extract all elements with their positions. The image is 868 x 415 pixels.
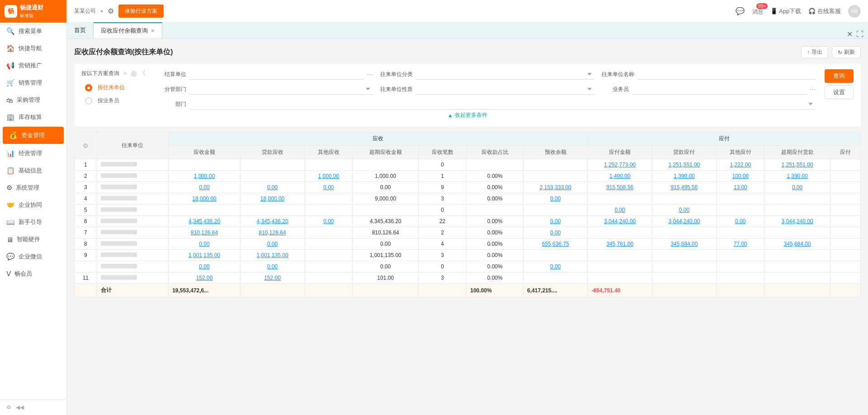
- cell-ap-overdue[interactable]: [764, 250, 830, 261]
- tab-close-all-icon[interactable]: ✕: [847, 30, 853, 38]
- cell-ar-prepaid[interactable]: 0.00: [524, 193, 588, 205]
- cell-ar-loan[interactable]: 152.00: [240, 272, 304, 284]
- cell-ap-amount[interactable]: [588, 250, 652, 261]
- cell-ar-amount[interactable]: 0.00: [169, 239, 241, 250]
- cell-ap-other[interactable]: 77.00: [717, 239, 764, 250]
- cell-ap-amount[interactable]: [588, 261, 652, 272]
- cell-ap-amount[interactable]: 345,761.00: [588, 239, 652, 250]
- tab-fullscreen-icon[interactable]: ⛶: [856, 30, 863, 38]
- cell-ar-loan[interactable]: [240, 205, 304, 216]
- cell-ar-loan[interactable]: 4,345,436.20: [240, 216, 304, 227]
- sidebar-item-finance[interactable]: 💰 资金管理: [3, 127, 64, 144]
- cell-ar-prepaid[interactable]: [524, 159, 588, 171]
- cell-ap-loan[interactable]: [652, 227, 716, 239]
- cell-ap-overdue[interactable]: 3,044,240.00: [764, 216, 830, 227]
- topbar-dropdown-icon[interactable]: ▾: [100, 8, 103, 14]
- messages-button[interactable]: 💬 99+ 消息: [736, 7, 764, 16]
- cell-ar-prepaid[interactable]: 2,153,333.00: [524, 182, 588, 193]
- cell-ap-amount[interactable]: [588, 272, 652, 284]
- cell-ar-prepaid[interactable]: [524, 171, 588, 182]
- sidebar-item-inventory[interactable]: 🏢 库存核算: [0, 109, 66, 126]
- cell-ar-loan[interactable]: 0.00: [240, 182, 304, 193]
- cell-ar-amount[interactable]: [169, 205, 241, 216]
- cell-ar-amount[interactable]: 152.00: [169, 272, 241, 284]
- cell-ap-amount[interactable]: [588, 193, 652, 205]
- th-settings[interactable]: ⚙: [75, 132, 97, 159]
- cell-ar-other[interactable]: 1,000.00: [305, 171, 353, 182]
- salesman-dots[interactable]: ···: [810, 86, 816, 94]
- sidebar-item-member[interactable]: Ⅴ 畅会员: [0, 265, 66, 282]
- cell-ap-amount[interactable]: 1,252,773.00: [588, 159, 652, 171]
- cell-ar-other[interactable]: [305, 239, 353, 250]
- cell-ar-amount[interactable]: 0.00: [169, 182, 241, 193]
- cell-ap-other[interactable]: [717, 261, 764, 272]
- cell-ar-amount[interactable]: 0.00: [169, 261, 241, 272]
- cell-ar-prepaid[interactable]: 0.00: [524, 216, 588, 227]
- cell-ap-loan[interactable]: 1,251,551.00: [652, 159, 716, 171]
- cell-ar-prepaid[interactable]: 655,636.75: [524, 239, 588, 250]
- cell-ap-amount[interactable]: 915,508.56: [588, 182, 652, 193]
- cell-ar-prepaid[interactable]: [524, 205, 588, 216]
- cell-ap-loan[interactable]: 0.00: [652, 205, 716, 216]
- sidebar-item-purchase[interactable]: 🛍 采购管理: [0, 91, 66, 109]
- salesman-input[interactable]: [632, 84, 807, 95]
- cell-ap-loan[interactable]: 1,390.00: [652, 171, 716, 182]
- department-select[interactable]: [189, 84, 373, 95]
- cell-ar-other[interactable]: 0.00: [305, 182, 353, 193]
- app-download-button[interactable]: 📱 App下载: [770, 7, 801, 15]
- cell-ap-loan[interactable]: [652, 272, 716, 284]
- tab-close-icon[interactable]: ✕: [151, 28, 155, 34]
- online-service-button[interactable]: 🎧 在线客服: [808, 7, 841, 15]
- sidebar-collapse-icon[interactable]: ◀◀: [16, 404, 24, 410]
- cell-ap-overdue[interactable]: 0.00: [764, 182, 830, 193]
- cell-ar-other[interactable]: [305, 272, 353, 284]
- search-option-unit[interactable]: 按往来单位: [81, 82, 154, 93]
- cell-ap-other[interactable]: 13.00: [717, 182, 764, 193]
- sidebar-item-cooperation[interactable]: 🤝 企业协同: [0, 196, 66, 214]
- cell-ap-overdue[interactable]: 1,390.00: [764, 171, 830, 182]
- cell-ap-overdue[interactable]: [764, 261, 830, 272]
- cell-ar-amount[interactable]: 1,000.00: [169, 171, 241, 182]
- cell-ap-overdue[interactable]: [764, 205, 830, 216]
- cell-ar-amount[interactable]: [169, 159, 241, 171]
- user-avatar[interactable]: Rit: [848, 5, 861, 18]
- cell-ap-loan[interactable]: 345,684.00: [652, 239, 716, 250]
- cell-ap-other[interactable]: [717, 205, 764, 216]
- sidebar-item-hardware[interactable]: 🖥 智能硬件: [0, 231, 66, 248]
- sidebar-item-wechat[interactable]: 💬 企业微信: [0, 248, 66, 265]
- cell-ap-other[interactable]: [717, 193, 764, 205]
- cell-ap-loan[interactable]: [652, 250, 716, 261]
- tab-home[interactable]: 首页: [67, 22, 94, 38]
- cell-ap-overdue[interactable]: 345,684.00: [764, 239, 830, 250]
- cell-ar-other[interactable]: 0.00: [305, 216, 353, 227]
- cell-ar-other[interactable]: [305, 250, 353, 261]
- cell-ap-other[interactable]: 1,222.00: [717, 159, 764, 171]
- search-option-salesman[interactable]: 按业务员: [81, 95, 154, 106]
- sidebar-settings-icon[interactable]: ⚙: [6, 404, 11, 410]
- cell-ar-other[interactable]: [305, 193, 353, 205]
- cell-ap-loan[interactable]: [652, 261, 716, 272]
- scheme-collapse-icon[interactable]: 《: [139, 69, 146, 77]
- cell-ap-loan[interactable]: [652, 193, 716, 205]
- cell-ap-overdue[interactable]: [764, 272, 830, 284]
- cell-ar-loan[interactable]: 18,000.00: [240, 193, 304, 205]
- cell-ar-loan[interactable]: 810,126.64: [240, 227, 304, 239]
- cell-ar-other[interactable]: [305, 205, 353, 216]
- cell-ap-amount[interactable]: 1,490.00: [588, 171, 652, 182]
- sidebar-item-management[interactable]: 📊 经营管理: [0, 145, 66, 162]
- cell-ar-loan[interactable]: 0.00: [240, 239, 304, 250]
- cell-ar-amount[interactable]: 810,126.64: [169, 227, 241, 239]
- industry-solution-button[interactable]: 体验行业方案: [118, 5, 164, 18]
- refresh-button[interactable]: ↻ 刷新: [832, 46, 861, 58]
- sidebar-item-marketing[interactable]: 📢 营销推广: [0, 57, 66, 74]
- table-scroll[interactable]: ⚙ 往来单位 应收 应付 应收金额 贷款应收 其他应收 超期应收金额 应收笔数 …: [74, 132, 861, 297]
- cell-ap-loan[interactable]: 3,044,240.00: [652, 216, 716, 227]
- cell-ap-other[interactable]: [717, 250, 764, 261]
- export-button[interactable]: ↑ 导出: [801, 46, 828, 58]
- topbar-settings-icon[interactable]: ⚙: [108, 7, 114, 15]
- cell-ar-other[interactable]: [305, 261, 353, 272]
- query-button[interactable]: 查询: [825, 69, 854, 83]
- cell-ap-overdue[interactable]: [764, 227, 830, 239]
- cell-ap-amount[interactable]: 3,044,240.00: [588, 216, 652, 227]
- settlement-unit-input[interactable]: [189, 69, 364, 80]
